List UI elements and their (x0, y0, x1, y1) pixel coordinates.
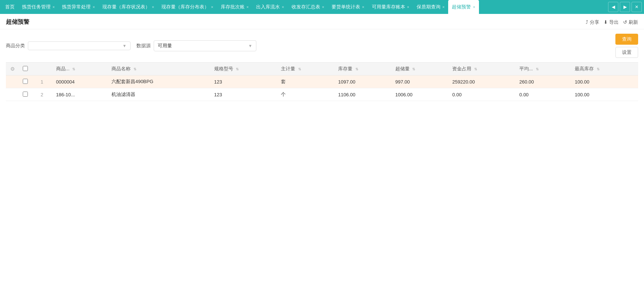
select-all-checkbox[interactable] (23, 66, 28, 71)
row-checkbox-cell (19, 88, 32, 101)
share-link[interactable]: ⤴ 分享 (586, 19, 599, 26)
col-max-stock[interactable]: 最高库存 ⇅ (571, 63, 638, 75)
nav-next-btn[interactable]: ▶ (620, 2, 630, 12)
nav-over-stock[interactable]: 超储预警 × (448, 0, 479, 14)
nav-over-stock-label: 超储预警 (452, 4, 471, 10)
col-product-code[interactable]: 商品... ⇅ (52, 63, 108, 75)
nav-stock-status[interactable]: 现存量（库存状况表） × (99, 0, 158, 14)
nav-stock-dist-close[interactable]: × (211, 5, 213, 9)
nav-abnormal[interactable]: 拣货异常处理 × (58, 0, 98, 14)
nav-recv-sum-label: 收发存汇总表 (292, 4, 320, 10)
query-button[interactable]: 查询 (615, 34, 638, 45)
nav-stock-batch[interactable]: 库存批次账 × (217, 0, 252, 14)
nav-recv-sum-close[interactable]: × (322, 5, 324, 9)
nav-prev-btn[interactable]: ◀ (608, 2, 618, 12)
header-actions: ⤴ 分享 ⬇ 导出 ↺ 刷新 (586, 19, 638, 26)
col-product-code-sort-icon: ⇅ (72, 67, 75, 71)
datasource-value: 可用量 (158, 42, 172, 49)
row-product-code: 0000004 (52, 75, 108, 88)
col-product-name-sort-icon: ⇅ (133, 67, 136, 71)
refresh-link[interactable]: ↺ 刷新 (623, 19, 638, 26)
nav-avail-stock[interactable]: 可用量库存账本 × (368, 0, 413, 14)
column-settings-icon[interactable]: ⚙ (10, 66, 15, 72)
col-avg-sort-icon: ⇅ (536, 67, 539, 71)
nav-abnormal-close[interactable]: × (92, 5, 95, 9)
col-over-qty-sort-icon: ⇅ (412, 67, 415, 71)
nav-home-label: 首页 (5, 4, 15, 10)
nav-quality-label: 保质期查询 (417, 4, 440, 10)
category-label: 商品分类 (6, 42, 25, 49)
row-num: 2 (32, 88, 52, 101)
refresh-label: 刷新 (629, 19, 638, 26)
col-capital-occ[interactable]: 资金占用 ⇅ (449, 63, 516, 75)
col-stock-qty-label: 库存量 (338, 66, 352, 71)
nav-arrows: ◀ ▶ ✕ (607, 2, 643, 12)
col-row-num (32, 63, 52, 75)
filter-category: 商品分类 ▼ (6, 41, 131, 50)
row-avg: 260.00 (516, 75, 571, 88)
table-row: 1 0000004 六配套新昌490BPG 123 套 1097.00 997.… (6, 75, 638, 88)
row-product-code: 186-10... (52, 88, 108, 101)
filter-bar: 商品分类 ▼ 数据源 可用量 ▼ 查询 设置 (0, 29, 644, 62)
row-checkbox[interactable] (23, 92, 28, 97)
row-settings-cell (6, 88, 19, 101)
row-checkbox[interactable] (23, 79, 28, 84)
export-label: 导出 (609, 19, 619, 26)
nav-avail-stock-close[interactable]: × (407, 5, 409, 9)
col-over-qty[interactable]: 超储量 ⇅ (392, 63, 449, 75)
nav-stock-status-close[interactable]: × (152, 5, 154, 9)
nav-stock-dist[interactable]: 现存量（库存分布表） × (158, 0, 217, 14)
col-spec-label: 规格型号 (214, 66, 233, 71)
row-over-qty: 997.00 (392, 75, 449, 88)
table-body: 1 0000004 六配套新昌490BPG 123 套 1097.00 997.… (6, 75, 638, 101)
nav-home[interactable]: 首页 (1, 0, 18, 14)
export-link[interactable]: ⬇ 导出 (604, 19, 619, 26)
nav-order-stat[interactable]: 要货单统计表 × (328, 0, 368, 14)
refresh-icon: ↺ (623, 19, 627, 25)
share-icon: ⤴ (586, 19, 588, 25)
settings-button[interactable]: 设置 (615, 47, 638, 58)
share-label: 分享 (590, 19, 599, 26)
filter-datasource: 数据源 可用量 ▼ (136, 40, 256, 51)
col-capital-occ-label: 资金占用 (452, 66, 471, 71)
page-header: 超储预警 ⤴ 分享 ⬇ 导出 ↺ 刷新 (0, 14, 644, 29)
nav-stock-batch-close[interactable]: × (246, 5, 249, 9)
nav-task-mgmt-label: 拣货任务管理 (22, 4, 51, 10)
nav-close-all-btn[interactable]: ✕ (632, 2, 642, 12)
category-arrow-icon: ▼ (122, 44, 127, 48)
category-select[interactable]: ▼ (28, 41, 131, 50)
row-unit: 套 (277, 75, 334, 88)
nav-order-stat-close[interactable]: × (362, 5, 364, 9)
nav-stock-dist-label: 现存量（库存分布表） (161, 4, 209, 10)
datasource-select[interactable]: 可用量 ▼ (154, 40, 256, 51)
nav-quality-close[interactable]: × (442, 5, 444, 9)
page-container: 超储预警 ⤴ 分享 ⬇ 导出 ↺ 刷新 商品分类 ▼ 数据源 (0, 14, 644, 293)
nav-inout-flow[interactable]: 出入库流水 × (252, 0, 288, 14)
nav-order-stat-label: 要货单统计表 (332, 4, 360, 10)
nav-avail-stock-label: 可用量库存账本 (372, 4, 405, 10)
col-spec[interactable]: 规格型号 ⇅ (211, 63, 278, 75)
nav-quality[interactable]: 保质期查询 × (413, 0, 448, 14)
top-nav: 首页 拣货任务管理 × 拣货异常处理 × 现存量（库存状况表） × 现存量（库存… (0, 0, 644, 14)
col-product-name[interactable]: 商品名称 ⇅ (108, 63, 211, 75)
nav-stock-status-label: 现存量（库存状况表） (102, 4, 150, 10)
nav-inout-flow-close[interactable]: × (282, 5, 284, 9)
table-header-row: ⚙ 商品... ⇅ 商品名称 ⇅ 规格型号 (6, 63, 638, 75)
nav-stock-batch-label: 库存批次账 (221, 4, 245, 10)
row-settings-cell (6, 75, 19, 88)
nav-task-mgmt[interactable]: 拣货任务管理 × (18, 0, 58, 14)
data-table: ⚙ 商品... ⇅ 商品名称 ⇅ 规格型号 (6, 62, 638, 101)
col-settings: ⚙ (6, 63, 19, 75)
col-avg-label: 平均... (519, 66, 533, 71)
datasource-arrow-icon: ▼ (248, 44, 252, 48)
nav-task-mgmt-close[interactable]: × (52, 5, 55, 9)
nav-abnormal-label: 拣货异常处理 (62, 4, 91, 10)
col-stock-qty-sort-icon: ⇅ (355, 67, 358, 71)
nav-over-stock-close[interactable]: × (473, 5, 475, 9)
row-num: 1 (32, 75, 52, 88)
col-unit[interactable]: 主计量 ⇅ (277, 63, 334, 75)
table-container: ⚙ 商品... ⇅ 商品名称 ⇅ 规格型号 (0, 62, 644, 101)
col-stock-qty[interactable]: 库存量 ⇅ (334, 63, 392, 75)
nav-recv-sum[interactable]: 收发存汇总表 × (288, 0, 328, 14)
col-avg[interactable]: 平均... ⇅ (516, 63, 571, 75)
